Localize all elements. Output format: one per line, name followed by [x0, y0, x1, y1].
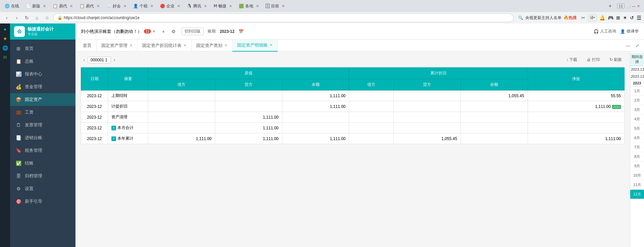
quick-icon-social[interactable]: 🌐 — [1, 44, 9, 52]
quick-icon-1[interactable]: ● — [1, 25, 9, 34]
brightness-icon[interactable]: ☀ — [623, 15, 627, 20]
download-button[interactable]: ↓ 下载 — [564, 56, 580, 64]
period-selected-date-0: 2023.12 — [630, 66, 644, 73]
col-dep-balance: 余额 — [461, 79, 528, 90]
browser-tab-5[interactable]: 👤个税✕ — [130, 1, 157, 11]
reload-button[interactable]: ↻ — [23, 14, 31, 22]
browser-tab-2[interactable]: 📋易代✕ — [49, 1, 76, 11]
menu-icon[interactable]: ☰ — [637, 15, 641, 21]
search-text[interactable]: 央视更新主持人名单 — [525, 15, 561, 21]
page-tab-2[interactable]: 固定资产折旧统计表✕ — [138, 40, 192, 52]
browser-tab-1[interactable]: 📄新版✕ — [22, 1, 49, 11]
sidebar-item-归档管理[interactable]: 🗄归档管理 — [10, 170, 75, 182]
restore-btn[interactable]: ⬜ — [626, 4, 631, 8]
top-bar-right: 🎧 人工咨询 👤 徐译华 — [594, 28, 639, 34]
back-button[interactable]: ‹ — [3, 14, 11, 22]
hot-search-label[interactable]: 🔥热搜 — [564, 15, 577, 21]
sidebar-item-进销台账[interactable]: 📑进销台账 — [10, 131, 75, 144]
period-month-8[interactable]: 8月 — [630, 152, 644, 162]
table-row[interactable]: 2023-12 资产清理 1,111.00 — [81, 112, 625, 123]
period-month-2[interactable]: 2月 — [630, 96, 644, 105]
period-month-7[interactable]: 7月 — [630, 143, 644, 152]
col-original-value: 原值 — [148, 68, 349, 79]
browser-tab-6[interactable]: 🔴企业✕ — [157, 1, 183, 11]
page-tab-close-1[interactable]: ✕ — [129, 43, 132, 48]
history-icon[interactable]: ↺ — [630, 15, 634, 20]
tab-minimize-btn[interactable]: — — [624, 42, 632, 50]
page-tab-4[interactable]: 固定资产明细账✕ — [232, 40, 278, 52]
page-tab-0[interactable]: 首页 — [78, 40, 97, 52]
refresh-button[interactable]: ↻ 刷新 — [607, 56, 625, 64]
table-row[interactable]: 2023-12 +本月合计 1,111.00 — [81, 123, 625, 133]
period-month-1[interactable]: 1月 — [630, 86, 644, 96]
cell-net-1: 1,111.002023 — [528, 101, 624, 112]
page-tab-close-2[interactable]: ✕ — [183, 43, 186, 48]
translate-icon[interactable]: 译• — [588, 14, 597, 21]
cell-orig-balance-1: 1,111.00 — [282, 101, 349, 112]
switch-version-button[interactable]: 切到旧版 — [181, 27, 204, 35]
print-button[interactable]: 🖨 打印 — [584, 56, 602, 64]
quick-icon-mail[interactable]: ✉ — [1, 53, 9, 62]
period-month-5[interactable]: 5月 — [630, 124, 644, 133]
period-month-4[interactable]: 4月 — [630, 115, 644, 124]
page-input[interactable]: 000001 1 — [88, 57, 111, 63]
browser-tab-7[interactable]: 🐧腾讯✕ — [183, 1, 210, 11]
pagination-nav: ‹ 000001 1 › ↓ 下载 🖨 打印 ↻ 刷新 — [81, 56, 625, 64]
help-button[interactable]: 🎧 人工咨询 — [594, 28, 616, 34]
company-selector[interactable]: 刘小艳演示账套（勿删勿动！） 11 ▾ — [81, 28, 155, 35]
settings-company-button[interactable]: ⚙ — [169, 27, 177, 36]
forward-button[interactable]: › — [13, 14, 21, 22]
period-month-3[interactable]: 3月 — [630, 105, 644, 115]
sidebar-item-工资[interactable]: 💼工资 — [10, 106, 75, 119]
bookmark-button[interactable]: ☆ — [43, 14, 51, 22]
wallet-icon[interactable]: 🔔 — [599, 15, 605, 20]
table-row[interactable]: 2023-12 计提折旧 1,111.00 1,111.002023 — [81, 101, 625, 112]
sidebar-item-报表中心[interactable]: 📊报表中心 — [10, 68, 75, 80]
minimize-btn[interactable]: — — [632, 4, 636, 8]
quick-icon-star[interactable]: ★ — [1, 34, 9, 43]
sidebar-item-资金管理[interactable]: 💰资金管理 — [10, 80, 75, 93]
prev-page-button[interactable]: ‹ — [81, 57, 88, 63]
period-month-12[interactable]: 12月 — [630, 190, 644, 199]
sidebar-item-新手引导[interactable]: 🎯新手引导 — [10, 195, 75, 208]
game-icon[interactable]: 🎮 — [608, 15, 613, 20]
sidebar-item-发票管理[interactable]: 🗒发票管理 — [10, 119, 75, 131]
browser-tab-bar: 🌐在线📄新版✕📋易代✕📋易代✕☁️好会✕👤个税✕🔴企业✕🐧腾讯✕Ⅿ畅捷✕🟩各地✕… — [0, 0, 644, 12]
period-month-11[interactable]: 11月 — [630, 180, 644, 190]
address-input[interactable]: 🔒 https://cloud.chanjet.com/accounting/u… — [53, 13, 514, 22]
browser-tab-4[interactable]: ☁️好会✕ — [103, 1, 130, 11]
add-company-button[interactable]: + — [159, 27, 167, 36]
period-month-9[interactable]: 9月 — [630, 162, 644, 171]
cell-dep-credit-3 — [394, 123, 461, 133]
page-tab-1[interactable]: 固定资产管理✕ — [97, 40, 138, 52]
browser-tab-9[interactable]: 🟩各地✕ — [235, 1, 262, 11]
user-button[interactable]: 👤 徐译华 — [620, 28, 639, 34]
new-tab-button[interactable]: + — [606, 3, 614, 9]
sidebar-item-设置[interactable]: ⚙设置 — [10, 182, 75, 195]
calendar-icon[interactable]: 📅 — [238, 29, 244, 34]
period-month-6[interactable]: 6月 — [630, 133, 644, 143]
next-page-button[interactable]: › — [111, 57, 118, 63]
sidebar-item-总账[interactable]: 📋总账 — [10, 55, 75, 68]
sidebar-item-固定资产[interactable]: 📦固定资产 — [10, 93, 75, 106]
browser-tab-3[interactable]: 📋易代✕ — [76, 1, 103, 11]
sidebar-item-首页[interactable]: ⊞首页 — [10, 42, 75, 55]
page-tab-close-4[interactable]: ✕ — [270, 43, 273, 47]
page-tab-close-3[interactable]: ✕ — [224, 43, 227, 48]
table-row[interactable]: 2023-12 上期结转 1,111.00 1,055.45 55.55 — [81, 90, 625, 101]
table-row[interactable]: 2023-12 +本年累计 1,111.00 1,111.00 1,111.00… — [81, 133, 625, 144]
page-tab-3[interactable]: 固定资产类别✕ — [192, 40, 232, 52]
tab-maximize-btn[interactable]: ⤢ — [633, 42, 641, 50]
home-button[interactable]: ⌂ — [33, 14, 41, 22]
browser-tab-8[interactable]: Ⅿ畅捷✕ — [210, 1, 235, 11]
close-window-btn[interactable]: ✕ — [637, 4, 640, 8]
cell-orig-balance-0: 1,111.00 — [282, 90, 349, 101]
period-month-10[interactable]: 10月 — [630, 171, 644, 180]
scissors-icon[interactable]: ✂ — [581, 15, 585, 20]
browser-tab-0[interactable]: 🌐在线 — [1, 1, 22, 11]
sidebar-item-结账[interactable]: ✅结账 — [10, 157, 75, 170]
sidebar-item-税务管理[interactable]: 🔖税务管理 — [10, 144, 75, 157]
grid-icon[interactable]: ⊞ — [616, 15, 620, 20]
row-icon-4: + — [111, 136, 116, 141]
browser-tab-10[interactable]: 🅂目前✕ — [262, 1, 288, 11]
